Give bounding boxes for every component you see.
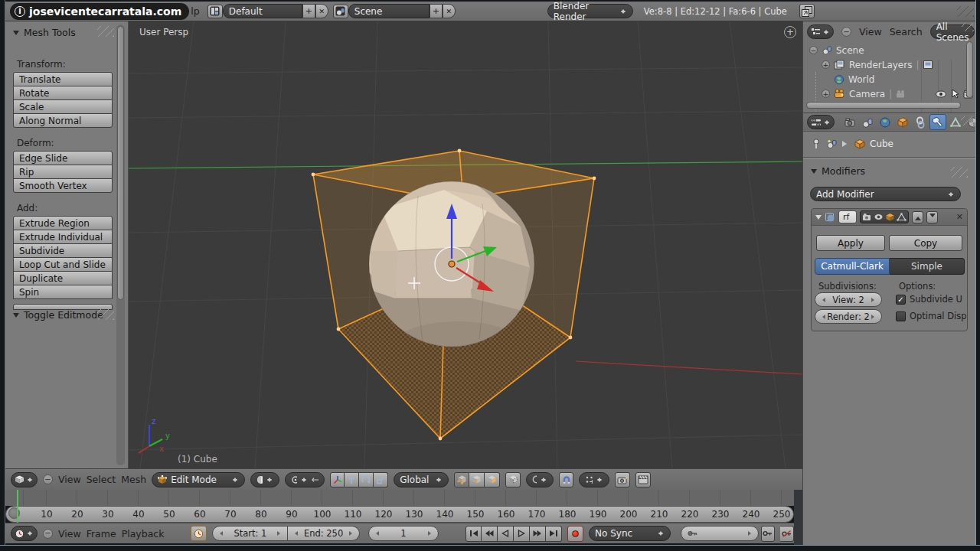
scene-icon-button[interactable] — [333, 5, 348, 18]
selectability-cursor-icon[interactable] — [949, 89, 962, 99]
outliner-row-scene[interactable]: − Scene — [803, 43, 975, 57]
frame-start-stepper[interactable]: Start: 1 — [212, 526, 288, 541]
scale-manipulator-button[interactable] — [374, 472, 388, 487]
delete-modifier-button[interactable]: ✕ — [956, 212, 963, 222]
collapse-menus-icon[interactable]: − — [43, 474, 53, 484]
expand-icon[interactable]: + — [822, 90, 830, 98]
play-reverse-button[interactable] — [498, 526, 514, 542]
current-frame-indicator[interactable] — [17, 490, 18, 523]
add-modifier-dropdown[interactable]: Add Modifier — [810, 187, 961, 201]
snap-element-dropdown[interactable] — [579, 472, 609, 487]
tool-shelf-row[interactable]: Scale — [13, 99, 113, 114]
view-subdivisions-stepper[interactable]: View: 2 — [815, 292, 882, 307]
modifier-name-field[interactable]: rf — [838, 210, 857, 223]
tool-shelf-row[interactable]: Rotate — [13, 86, 113, 100]
timeline-frame-ruler[interactable]: 1020304050607080901001101201301401501601… — [5, 506, 794, 523]
mode-dropdown[interactable]: Edit Mode — [152, 472, 245, 487]
outliner-row-camera[interactable]: + Camera | — [803, 86, 975, 101]
current-frame-field[interactable]: 1 — [368, 526, 439, 541]
preview-range-toggle[interactable] — [191, 526, 207, 541]
move-modifier-down-button[interactable] — [926, 211, 938, 223]
render-toggle-icon[interactable] — [862, 213, 872, 221]
viewport-visibility-toggle-icon[interactable] — [874, 213, 884, 221]
face-select-button[interactable] — [485, 472, 500, 487]
layout-icon-button[interactable] — [207, 5, 223, 18]
collapse-menus-icon[interactable]: − — [43, 529, 53, 539]
view3d-menu-select[interactable]: Select — [87, 474, 116, 485]
outliner-vscrollbar[interactable] — [966, 41, 973, 98]
visibility-eye-icon[interactable] — [935, 90, 949, 99]
help-menu-fragment[interactable]: lp — [191, 5, 199, 17]
previous-keyframe-button[interactable] — [482, 526, 498, 542]
frame-end-stepper[interactable]: End: 250 — [288, 526, 359, 541]
layout-name-field[interactable]: Default — [223, 4, 302, 18]
proportional-edit-dropdown[interactable] — [526, 472, 554, 487]
tool-shelf-row[interactable]: Smooth Vertex — [13, 178, 113, 193]
mesh-tools-panel-header[interactable]: Mesh Tools — [13, 27, 76, 38]
move-modifier-up-button[interactable] — [912, 211, 923, 223]
optimal-display-checkbox[interactable] — [896, 311, 906, 321]
layout-add-button[interactable]: + — [302, 4, 315, 18]
tab-render[interactable] — [841, 114, 858, 130]
render-engine-dropdown[interactable]: Blender Render — [547, 4, 633, 18]
tool-shelf-row[interactable]: Subdivide — [13, 243, 113, 258]
timeline-menu-view[interactable]: View — [58, 528, 81, 540]
manipulator-enable-button[interactable] — [330, 472, 345, 487]
tool-shelf-row[interactable]: Translate — [13, 72, 113, 86]
expand-properties-region-button[interactable]: + — [784, 26, 796, 38]
keying-set-field[interactable] — [681, 526, 758, 541]
scene-add-button[interactable]: + — [430, 4, 443, 18]
tool-shelf-scrollbar[interactable] — [116, 24, 125, 465]
corner-grip[interactable] — [957, 6, 974, 17]
scrollbar-thumb[interactable] — [117, 26, 124, 300]
limit-selection-visible-button[interactable] — [505, 472, 521, 487]
tab-world[interactable] — [877, 114, 893, 130]
pin-icon[interactable] — [811, 138, 822, 149]
render-subdivisions-stepper[interactable]: Render: 2 — [815, 309, 882, 324]
editmode-toggle-icon[interactable] — [885, 213, 895, 221]
tool-shelf-row[interactable]: Spin — [13, 285, 113, 299]
expand-icon[interactable]: + — [822, 60, 830, 69]
layout-delete-button[interactable]: ✕ — [315, 4, 328, 18]
object-origin[interactable] — [449, 261, 455, 267]
breadcrumb-object-name[interactable]: Cube — [870, 139, 893, 149]
timeline-canvas[interactable] — [5, 490, 794, 506]
translate-manipulator-button[interactable] — [345, 472, 359, 487]
outliner-row-world[interactable]: World — [803, 72, 975, 86]
delete-keyframe-button[interactable] — [780, 526, 794, 542]
tool-shelf-row[interactable]: Along Normal — [13, 113, 113, 128]
insert-keyframe-button[interactable] — [761, 526, 775, 542]
tab-constraints[interactable] — [912, 114, 929, 130]
next-keyframe-button[interactable] — [530, 526, 546, 542]
modifiers-panel-header[interactable]: Modifiers — [811, 165, 865, 177]
cage-toggle-icon[interactable] — [897, 213, 906, 221]
edge-select-button[interactable] — [469, 472, 485, 487]
tool-shelf-row[interactable]: Duplicate — [13, 271, 113, 285]
toggle-editmode-panel-header[interactable]: Toggle Editmode — [13, 309, 103, 321]
play-button[interactable] — [514, 526, 530, 542]
tab-object[interactable] — [894, 114, 911, 130]
editor-type-selector[interactable] — [807, 24, 834, 39]
outliner-row-renderlayers[interactable]: + RenderLayers | — [803, 57, 975, 72]
transform-orientation-dropdown[interactable]: Global — [394, 472, 449, 487]
scene-delete-button[interactable]: ✕ — [443, 4, 456, 18]
jump-to-start-button[interactable] — [466, 526, 482, 542]
timeline-menu-playback[interactable]: Playback — [122, 528, 165, 540]
rotate-manipulator-button[interactable] — [359, 472, 374, 487]
panel-grip[interactable] — [97, 26, 114, 37]
outliner-menu-search[interactable]: Search — [890, 26, 923, 37]
record-button[interactable] — [567, 526, 583, 542]
tool-shelf-row[interactable]: Extrude Individual — [13, 230, 113, 244]
panel-grip[interactable] — [951, 167, 968, 178]
scene-name-field[interactable]: Scene — [348, 4, 430, 18]
collapse-menus-icon[interactable]: − — [841, 27, 851, 37]
collapse-icon[interactable]: − — [809, 46, 818, 54]
opengl-render-anim-button[interactable] — [635, 472, 651, 487]
tool-shelf-row[interactable]: Rip — [13, 165, 113, 179]
corner-grip[interactable] — [961, 116, 973, 126]
tool-shelf-row[interactable]: Loop Cut and Slide — [13, 257, 113, 272]
editor-type-selector[interactable] — [11, 472, 38, 487]
scene-icon[interactable] — [826, 139, 838, 149]
editor-type-selector[interactable] — [11, 526, 38, 541]
modifier-expand-icon[interactable] — [815, 215, 822, 223]
